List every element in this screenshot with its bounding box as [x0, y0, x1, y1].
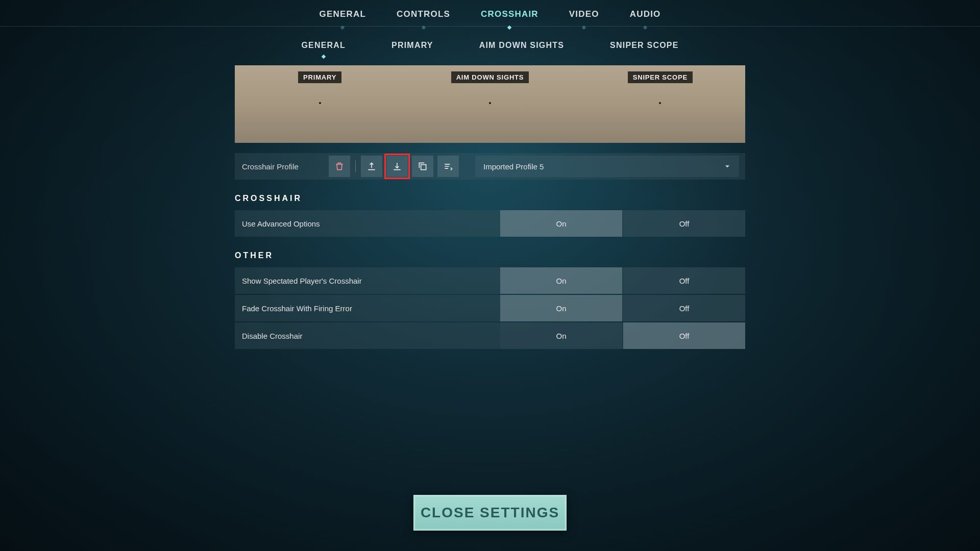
- section-header-other: OTHER: [235, 251, 745, 260]
- settings-panel: PRIMARY AIM DOWN SIGHTS SNIPER SCOPE Cro…: [235, 65, 745, 349]
- toggle-off[interactable]: Off: [623, 210, 745, 237]
- toggle-off[interactable]: Off: [623, 267, 745, 294]
- toggle-on[interactable]: On: [500, 267, 622, 294]
- profile-select-value: Imported Profile 5: [483, 162, 544, 171]
- toggle-on[interactable]: On: [500, 322, 622, 349]
- subtab-general[interactable]: GENERAL: [301, 41, 346, 58]
- duplicate-profile-button[interactable]: [412, 156, 433, 177]
- svg-rect-0: [421, 165, 426, 170]
- delete-profile-button[interactable]: [329, 156, 350, 177]
- row-show-spectated-crosshair: Show Spectated Player's Crosshair On Off: [235, 267, 745, 294]
- toggle-on[interactable]: On: [500, 210, 622, 237]
- preview-sniper: SNIPER SCOPE: [575, 65, 745, 143]
- profile-select-dropdown[interactable]: Imported Profile 5: [475, 156, 739, 177]
- chevron-down-icon: [724, 163, 731, 170]
- toggle-on[interactable]: On: [500, 295, 622, 321]
- setting-label: Use Advanced Options: [235, 219, 500, 228]
- row-use-advanced-options: Use Advanced Options On Off: [235, 210, 745, 237]
- section-header-crosshair: CROSSHAIR: [235, 194, 745, 203]
- export-icon: [366, 161, 377, 171]
- profile-icon-row: [329, 156, 459, 177]
- list-icon: [443, 161, 453, 171]
- subtab-sniper[interactable]: SNIPER SCOPE: [610, 41, 678, 58]
- preview-dot: [659, 102, 661, 104]
- subtab-ads[interactable]: AIM DOWN SIGHTS: [479, 41, 564, 58]
- preview-dot: [319, 102, 321, 104]
- subtab-primary[interactable]: PRIMARY: [391, 41, 433, 58]
- toggle-disable-crosshair: On Off: [500, 322, 745, 349]
- preview-label-sniper: SNIPER SCOPE: [628, 71, 693, 83]
- top-nav: GENERAL CONTROLS CROSSHAIR VIDEO AUDIO: [0, 0, 980, 27]
- setting-label: Show Spectated Player's Crosshair: [235, 277, 500, 285]
- row-fade-firing-error: Fade Crosshair With Firing Error On Off: [235, 295, 745, 321]
- toggle-fade-firing-error: On Off: [500, 295, 745, 321]
- preview-label-primary: PRIMARY: [298, 71, 341, 83]
- toggle-show-spectated: On Off: [500, 267, 745, 294]
- tab-crosshair[interactable]: CROSSHAIR: [481, 9, 538, 28]
- import-profile-button[interactable]: [386, 156, 408, 177]
- preview-label-ads: AIM DOWN SIGHTS: [451, 71, 529, 83]
- close-settings-button[interactable]: CLOSE SETTINGS: [413, 495, 567, 531]
- setting-label: Disable Crosshair: [235, 332, 500, 340]
- profile-bar-label: Crosshair Profile: [241, 162, 329, 171]
- tab-video[interactable]: VIDEO: [569, 9, 599, 28]
- tab-general[interactable]: GENERAL: [319, 9, 366, 28]
- tab-controls[interactable]: CONTROLS: [397, 9, 450, 28]
- toggle-off[interactable]: Off: [623, 322, 745, 349]
- row-disable-crosshair: Disable Crosshair On Off: [235, 322, 745, 349]
- toggle-off[interactable]: Off: [623, 295, 745, 321]
- setting-label: Fade Crosshair With Firing Error: [235, 304, 500, 313]
- tab-audio[interactable]: AUDIO: [630, 9, 661, 28]
- toggle-use-advanced-options: On Off: [500, 210, 745, 237]
- crosshair-preview-strip: PRIMARY AIM DOWN SIGHTS SNIPER SCOPE: [235, 65, 745, 143]
- delete-icon: [334, 161, 345, 171]
- edit-profiles-button[interactable]: [437, 156, 459, 177]
- preview-ads: AIM DOWN SIGHTS: [405, 65, 575, 143]
- profile-bar: Crosshair Profile Imported Profile 5: [235, 153, 745, 180]
- sub-nav: GENERAL PRIMARY AIM DOWN SIGHTS SNIPER S…: [0, 27, 980, 58]
- copy-icon: [418, 161, 428, 171]
- preview-primary: PRIMARY: [235, 65, 405, 143]
- preview-dot: [489, 102, 491, 104]
- export-profile-button[interactable]: [361, 156, 382, 177]
- import-icon: [392, 161, 402, 171]
- separator: [355, 160, 356, 172]
